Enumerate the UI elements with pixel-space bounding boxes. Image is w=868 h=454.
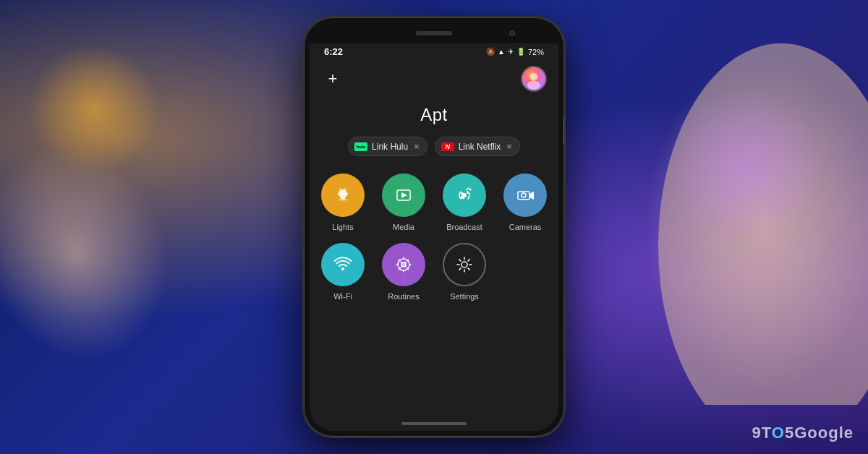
wifi-item[interactable]: Wi-Fi [317,243,369,301]
wifi-label: Wi-Fi [333,292,352,301]
settings-label: Settings [450,292,479,301]
netflix-logo: N [441,142,454,151]
link-netflix-close[interactable]: × [506,141,512,152]
add-button[interactable]: + [321,67,344,90]
lights-item[interactable]: Lights [317,174,369,231]
broadcast-icon-circle [443,174,486,217]
svg-marker-13 [529,192,534,200]
svg-point-14 [522,193,526,197]
media-label: Media [393,223,414,231]
power-button [563,119,564,144]
lights-icon-circle [321,174,365,217]
lights-label: Lights [332,223,353,231]
front-camera [509,30,515,36]
bokeh-light-right [665,87,825,246]
link-hulu-close[interactable]: × [414,141,420,152]
svg-point-3 [527,81,540,90]
settings-icon-circle [443,243,486,286]
app-bar: + [310,60,558,98]
bokeh-light-left [29,43,159,174]
mute-icon: 🔕 [486,48,495,56]
cameras-icon-circle [503,174,547,217]
notch-area [310,23,558,43]
airplane-icon: ✈ [508,48,514,56]
svg-point-24 [461,262,467,267]
watermark: 9TO5Google [752,424,854,442]
routines-label: Routines [388,292,419,301]
bottom-bar [310,416,558,431]
status-bar: 6:22 🔕 ▲ ✈ 🔋 72% [310,43,558,60]
home-indicator [401,422,467,425]
home-title: Apt [420,105,448,125]
media-item[interactable]: Media [378,174,430,231]
routines-icon-circle [382,243,425,286]
cameras-label: Cameras [509,223,542,231]
settings-item[interactable]: Settings [438,243,490,301]
chips-row: hulu Link Hulu × N Link Netflix × [348,137,520,156]
battery-icon: 🔋 [516,48,525,56]
link-netflix-chip[interactable]: N Link Netflix × [435,137,520,156]
status-icons: 🔕 ▲ ✈ 🔋 72% [486,48,544,56]
broadcast-item[interactable]: Broadcast [438,174,490,231]
add-icon: + [328,69,338,88]
battery-percent: 72% [528,48,544,56]
phone-screen: 6:22 🔕 ▲ ✈ 🔋 72% + [310,23,558,431]
wifi-icon-circle [321,243,365,286]
avatar[interactable] [521,66,547,92]
svg-point-2 [530,73,538,81]
link-hulu-label: Link Hulu [372,142,408,152]
media-icon-circle [382,174,425,217]
svg-marker-6 [401,192,407,198]
icons-grid: Lights Media [317,174,551,301]
broadcast-label: Broadcast [446,223,482,231]
routines-item[interactable]: Routines [378,243,430,301]
main-content: Apt hulu Link Hulu × N Link Netflix × [310,98,558,416]
cameras-item[interactable]: Cameras [499,174,551,231]
wifi-status-icon: ▲ [498,48,505,56]
speaker [416,31,452,35]
watermark-text: 9TO5Google [752,424,854,442]
hulu-logo: hulu [354,142,367,151]
link-hulu-chip[interactable]: hulu Link Hulu × [348,137,427,156]
phone-frame: 6:22 🔕 ▲ ✈ 🔋 72% + [304,17,564,437]
status-time: 6:22 [324,46,343,57]
svg-point-10 [469,189,472,191]
svg-point-11 [461,192,464,195]
svg-point-15 [341,267,344,270]
svg-point-9 [468,191,469,192]
link-netflix-label: Link Netflix [459,142,501,152]
